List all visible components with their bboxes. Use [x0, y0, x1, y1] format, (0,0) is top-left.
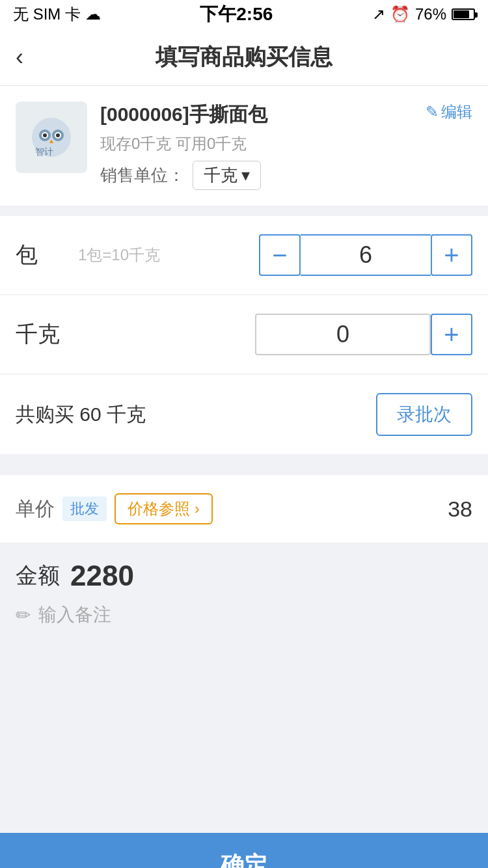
price-section: 单价 批发 价格参照 › 38: [0, 475, 488, 543]
content-spacer: [0, 638, 488, 833]
status-bar: 无 SIM 卡 ☁ 下午2:56 ↗ ⏰ 76%: [0, 0, 488, 29]
package-quantity-control: − +: [259, 234, 472, 276]
unit-select[interactable]: 千克 ▾: [193, 161, 261, 190]
page-title: 填写商品购买信息: [156, 42, 332, 72]
package-increment-button[interactable]: +: [431, 234, 472, 276]
svg-point-6: [56, 133, 60, 137]
kg-input-section: 千克 +: [0, 295, 488, 374]
summary-section: 共购买 60 千克 录批次: [0, 375, 488, 454]
product-unit-row: 销售单位： 千克 ▾: [100, 161, 472, 190]
price-reference-button[interactable]: 价格参照 ›: [115, 493, 213, 524]
package-decrement-button[interactable]: −: [259, 234, 301, 276]
remark-placeholder: 输入备注: [38, 603, 111, 627]
kg-label: 千克: [16, 319, 68, 349]
edit-button[interactable]: ✎ 编辑: [426, 102, 472, 122]
package-hint: 1包=10千克: [78, 245, 249, 265]
price-value: 38: [448, 496, 472, 522]
kg-input[interactable]: [255, 314, 431, 355]
amount-value: 2280: [70, 560, 134, 592]
kg-increment-button[interactable]: +: [431, 314, 472, 355]
amount-section: 金额 2280 ✏ 输入备注: [0, 544, 488, 638]
nav-bar: ‹ 填写商品购买信息: [0, 29, 488, 86]
pencil-icon: ✏: [16, 604, 31, 626]
svg-text:智计: 智计: [35, 146, 53, 157]
package-input-row: 包 1包=10千克 − +: [0, 216, 488, 295]
section-divider: [0, 465, 488, 475]
back-button[interactable]: ‹: [16, 44, 23, 71]
alarm-icon: ⏰: [390, 5, 410, 23]
content-area: 智计 [0000006]手撕面包 ✎ 编辑 现存0千克 可用0千克 销售单位： …: [0, 86, 488, 868]
amount-row: 金额 2280: [16, 560, 472, 592]
remark-row[interactable]: ✏ 输入备注: [16, 603, 472, 627]
unit-label: 销售单位：: [100, 164, 185, 187]
status-right: ↗ ⏰ 76%: [372, 5, 475, 23]
status-time: 下午2:56: [200, 2, 273, 27]
battery-percent: 76%: [415, 5, 446, 23]
record-batch-button[interactable]: 录批次: [376, 393, 472, 436]
product-image: 智计: [16, 102, 87, 173]
signal-icon: ↗: [372, 5, 385, 23]
kg-input-row: 千克 +: [0, 295, 488, 374]
product-name-row: [0000006]手撕面包 ✎ 编辑: [100, 102, 472, 128]
unit-value: 千克: [204, 164, 237, 187]
product-name: [0000006]手撕面包: [100, 102, 426, 128]
package-input-section: 包 1包=10千克 − +: [0, 216, 488, 295]
price-row: 单价 批发 价格参照 › 38: [0, 475, 488, 543]
confirm-button[interactable]: 确定: [0, 833, 488, 868]
product-card: 智计 [0000006]手撕面包 ✎ 编辑 现存0千克 可用0千克 销售单位： …: [0, 86, 488, 206]
battery-icon: [452, 8, 475, 20]
dropdown-icon: ▾: [241, 165, 250, 185]
edit-icon: ✎: [426, 103, 439, 121]
sim-label: 无 SIM 卡 ☁: [13, 4, 101, 25]
product-stock: 现存0千克 可用0千克: [100, 133, 472, 154]
summary-text: 共购买 60 千克: [16, 401, 146, 428]
kg-quantity-control: +: [255, 314, 472, 355]
price-label: 单价: [16, 496, 55, 522]
summary-row: 共购买 60 千克 录批次: [0, 375, 488, 454]
status-left: 无 SIM 卡 ☁: [13, 4, 101, 25]
svg-point-5: [43, 133, 47, 137]
edit-label: 编辑: [441, 102, 472, 122]
package-input[interactable]: [301, 234, 431, 276]
amount-label: 金额: [16, 561, 60, 591]
price-badge: 批发: [62, 496, 107, 521]
product-info: [0000006]手撕面包 ✎ 编辑 现存0千克 可用0千克 销售单位： 千克 …: [100, 102, 472, 190]
package-label: 包: [16, 240, 68, 270]
